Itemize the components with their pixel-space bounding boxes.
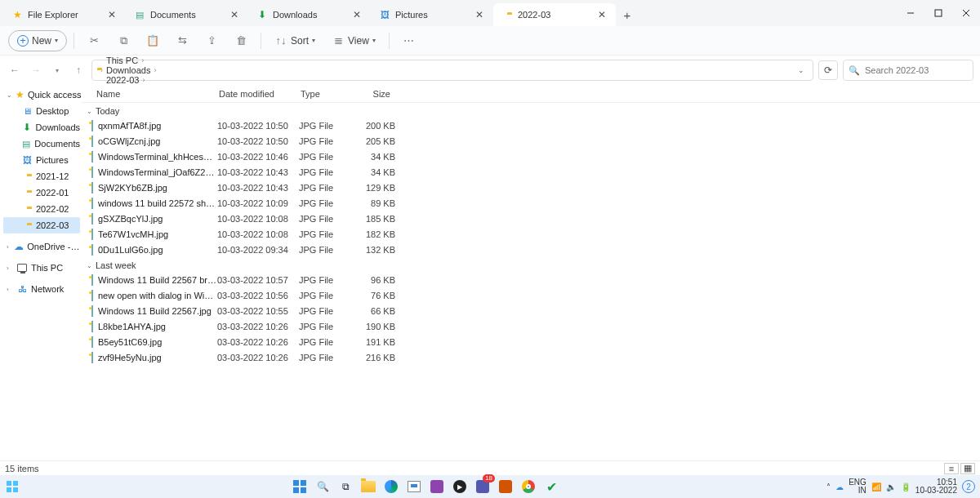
task-view-button[interactable]: ⧉	[336, 477, 355, 496]
column-headers[interactable]: Name Date modified Type Size	[82, 85, 980, 103]
sidebar-quick-access[interactable]: ⌄ ★ Quick access	[3, 87, 80, 103]
column-size[interactable]: Size	[351, 89, 397, 99]
sort-button[interactable]: ↑↓ Sort ▾	[268, 30, 322, 51]
tab-documents[interactable]: ▤ Documents ✕	[126, 3, 248, 26]
svg-line-3	[963, 10, 969, 16]
column-date[interactable]: Date modified	[212, 89, 294, 99]
forward-button[interactable]: →	[28, 62, 44, 78]
file-row[interactable]: SjW2KYb6ZB.jpg 10-03-2022 10:43 JPG File…	[82, 180, 980, 195]
file-row[interactable]: gSXZBqcYlJ.jpg 10-03-2022 10:08 JPG File…	[82, 211, 980, 226]
file-row[interactable]: new open with dialog in Windows 11 Buil.…	[82, 287, 980, 303]
sidebar-item-2022-01[interactable]: 2022-01	[3, 185, 80, 201]
system-tray[interactable]: ˄ ☁ ENG IN 📶 🔈 🔋 10:51 10-03-2022 2	[826, 478, 980, 495]
tab-downloads[interactable]: ⬇ Downloads ✕	[248, 3, 371, 26]
minimize-button[interactable]	[897, 0, 924, 26]
sidebar-onedrive[interactable]: › ☁ OneDrive - Personal	[3, 238, 80, 255]
file-row[interactable]: windows 11 build 22572 show more opti...…	[82, 195, 980, 211]
search-button[interactable]: 🔍	[313, 477, 332, 496]
app-taskbar-icon-3[interactable]: ✔	[541, 477, 561, 496]
new-button[interactable]: + New ▾	[8, 30, 67, 51]
teams-taskbar-icon[interactable]: 18	[473, 477, 492, 496]
onedrive-tray-icon[interactable]: ☁	[835, 482, 844, 491]
column-name[interactable]: Name	[82, 89, 212, 99]
sidebar-item-2022-03[interactable]: 2022-03	[3, 217, 80, 233]
tab-file explorer[interactable]: ★ File Explorer ✕	[3, 3, 126, 26]
file-date: 10-03-2022 09:34	[217, 245, 299, 255]
app-taskbar-icon-2[interactable]	[496, 477, 515, 496]
sidebar-item-pictures[interactable]: 🖼 Pictures	[3, 152, 80, 168]
volume-tray-icon[interactable]: 🔈	[886, 482, 896, 491]
edge-taskbar-icon[interactable]	[381, 477, 401, 496]
address-history-button[interactable]: ⌄	[795, 66, 808, 74]
file-row[interactable]: Windows 11 Build 22567.jpg 03-03-2022 10…	[82, 303, 980, 318]
file-row[interactable]: 0Du1LulG6o.jpg 10-03-2022 09:34 JPG File…	[82, 242, 980, 257]
file-type: JPG File	[299, 198, 356, 208]
breadcrumb-segment[interactable]: Downloads ›	[106, 65, 156, 75]
address-bar[interactable]: › This PC › Downloads › 2022-03 › ⌄	[91, 60, 813, 81]
file-row[interactable]: Te67W1vcMH.jpg 10-03-2022 10:08 JPG File…	[82, 226, 980, 242]
back-button[interactable]: ←	[7, 62, 23, 78]
close-icon[interactable]: ✕	[474, 9, 485, 20]
battery-tray-icon[interactable]: 🔋	[901, 482, 911, 491]
paste-button[interactable]: 📋	[140, 30, 166, 51]
column-type[interactable]: Type	[294, 89, 351, 99]
copy-button[interactable]: ⧉	[110, 30, 136, 51]
up-button[interactable]: ↑	[70, 62, 87, 78]
close-button[interactable]	[952, 0, 980, 26]
rename-button[interactable]: ⇆	[169, 30, 195, 51]
app-taskbar-icon-1[interactable]	[427, 477, 447, 496]
sidebar-item-downloads[interactable]: ⬇ Downloads	[3, 119, 80, 136]
sidebar-item-2021-12[interactable]: 2021-12	[3, 168, 80, 185]
chrome-taskbar-icon[interactable]	[519, 477, 538, 496]
clock[interactable]: 10:51 10-03-2022	[915, 478, 957, 495]
maximize-button[interactable]	[924, 0, 952, 26]
breadcrumb-segment[interactable]: 2022-03 ›	[106, 75, 156, 85]
notifications-tray-icon[interactable]: 2	[962, 480, 975, 493]
file-date: 03-03-2022 10:57	[217, 275, 299, 285]
share-button[interactable]: ⇪	[198, 30, 225, 51]
start-button[interactable]	[290, 477, 310, 496]
sidebar-this-pc[interactable]: › This PC	[3, 260, 80, 276]
sidebar-item-label: 2021-12	[36, 171, 69, 181]
sidebar-item-documents[interactable]: ▤ Documents	[3, 136, 80, 152]
tray-overflow-icon[interactable]: ˄	[826, 482, 831, 491]
delete-button[interactable]: 🗑	[228, 30, 254, 51]
close-icon[interactable]: ✕	[351, 9, 363, 20]
close-icon[interactable]: ✕	[106, 9, 118, 20]
group-header[interactable]: ⌄Today	[82, 103, 980, 118]
file-row[interactable]: oCGWljZcnj.jpg 10-03-2022 10:50 JPG File…	[82, 133, 980, 149]
cut-button[interactable]: ✂	[81, 30, 107, 51]
sidebar-network[interactable]: › 🖧 Network	[3, 281, 80, 297]
file-row[interactable]: Windows 11 Build 22567 brings a new op..…	[82, 272, 980, 287]
widgets-button[interactable]	[0, 480, 24, 493]
file-row[interactable]: zvf9He5yNu.jpg 03-03-2022 10:26 JPG File…	[82, 349, 980, 365]
sidebar-item-desktop[interactable]: 🖥 Desktop	[3, 103, 80, 119]
view-button-label: View	[348, 35, 369, 47]
breadcrumb-segment[interactable]: This PC ›	[106, 56, 156, 65]
search-input[interactable]	[865, 65, 968, 75]
close-icon[interactable]: ✕	[229, 9, 240, 20]
explorer-taskbar-icon[interactable]	[359, 477, 378, 496]
wifi-tray-icon[interactable]: 📶	[871, 482, 881, 491]
tab-2022-03[interactable]: 2022-03 ✕	[493, 3, 616, 26]
details-view-button[interactable]: ≡	[944, 463, 959, 474]
recent-button[interactable]: ▾	[49, 62, 65, 78]
group-header[interactable]: ⌄Last week	[82, 257, 980, 272]
more-button[interactable]: ⋯	[396, 30, 422, 51]
file-row[interactable]: B5ey51tC69.jpg 03-03-2022 10:26 JPG File…	[82, 334, 980, 349]
file-row[interactable]: qxnmAfTA8f.jpg 10-03-2022 10:50 JPG File…	[82, 118, 980, 133]
file-row[interactable]: WindowsTerminal_khHcesSYCB.jpg 10-03-202…	[82, 149, 980, 164]
refresh-button[interactable]: ⟳	[818, 60, 838, 80]
thumbnails-view-button[interactable]: ▦	[960, 463, 975, 474]
view-button[interactable]: ≣ View ▾	[325, 30, 382, 51]
new-tab-button[interactable]: +	[616, 3, 639, 26]
search-box[interactable]: 🔍	[843, 60, 973, 81]
tab-pictures[interactable]: 🖼 Pictures ✕	[371, 3, 493, 26]
close-icon[interactable]: ✕	[596, 9, 608, 20]
file-row[interactable]: WindowsTerminal_jOaf6Z2M1i.jpg 10-03-202…	[82, 164, 980, 180]
file-row[interactable]: L8kbe1AHYA.jpg 03-03-2022 10:26 JPG File…	[82, 318, 980, 334]
store-taskbar-icon[interactable]	[404, 477, 424, 496]
media-taskbar-icon[interactable]: ▶	[450, 477, 470, 496]
language-indicator[interactable]: ENG IN	[849, 478, 866, 495]
sidebar-item-2022-02[interactable]: 2022-02	[3, 201, 80, 217]
